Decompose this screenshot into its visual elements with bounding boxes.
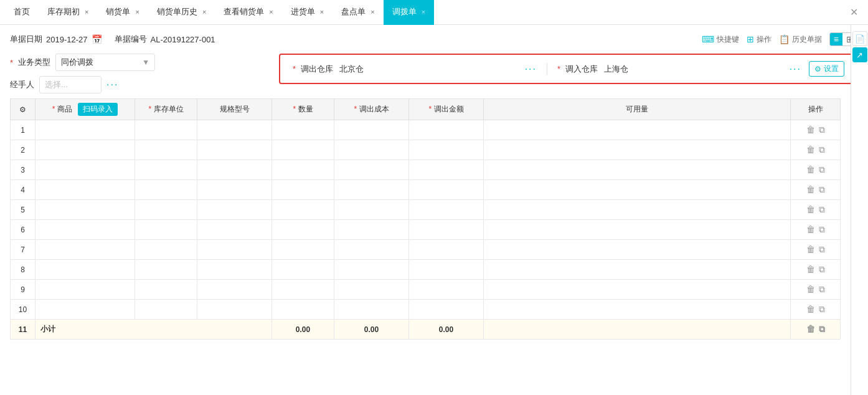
row-spec[interactable] <box>197 120 272 140</box>
settings-button[interactable]: ⚙ 设置 <box>809 61 844 77</box>
row-product[interactable] <box>35 260 135 280</box>
row-copy-icon[interactable]: ⧉ <box>819 284 825 295</box>
row-amount[interactable] <box>409 240 484 260</box>
row-copy-icon[interactable]: ⧉ <box>819 204 825 215</box>
row-unit[interactable] <box>135 280 197 300</box>
row-cost[interactable] <box>334 280 409 300</box>
row-spec[interactable] <box>197 280 272 300</box>
row-delete-icon[interactable]: 🗑 <box>806 304 815 315</box>
row-delete-icon[interactable]: 🗑 <box>806 264 815 275</box>
row-amount[interactable] <box>409 300 484 320</box>
tab-sales-history-close[interactable]: × <box>202 8 206 16</box>
row-qty[interactable] <box>272 260 334 280</box>
tab-transfer-order-close[interactable]: × <box>422 8 425 16</box>
business-type-select[interactable]: 同价调拨 ▼ <box>55 54 155 71</box>
row-unit[interactable] <box>135 200 197 220</box>
tab-inventory-check-close[interactable]: × <box>370 8 374 16</box>
row-copy-icon[interactable]: ⧉ <box>819 145 825 155</box>
row-available[interactable] <box>484 180 791 200</box>
tab-inventory-init[interactable]: 库存期初 × <box>39 0 97 25</box>
right-panel-doc-btn[interactable]: 📄 <box>852 31 867 46</box>
row-copy-icon[interactable]: ⧉ <box>819 125 825 135</box>
th-settings[interactable]: ⚙ <box>11 99 35 120</box>
handler-select[interactable]: 选择... <box>39 76 101 93</box>
row-qty[interactable] <box>272 200 334 220</box>
row-available[interactable] <box>484 160 791 180</box>
row-spec[interactable] <box>197 300 272 320</box>
row-copy-icon[interactable]: ⧉ <box>819 244 825 255</box>
tab-purchase-order-close[interactable]: × <box>320 8 324 16</box>
row-cost[interactable] <box>334 140 409 160</box>
row-available[interactable] <box>484 200 791 220</box>
row-amount[interactable] <box>409 140 484 160</box>
row-product[interactable] <box>35 220 135 240</box>
tab-sales-history[interactable]: 销货单历史 × <box>148 0 215 25</box>
in-warehouse-more[interactable]: ··· <box>790 64 801 75</box>
row-qty[interactable] <box>272 280 334 300</box>
right-panel-export-btn[interactable]: ↗ <box>852 47 867 62</box>
row-qty[interactable] <box>272 240 334 260</box>
row-available[interactable] <box>484 300 791 320</box>
row-spec[interactable] <box>197 160 272 180</box>
row-delete-icon[interactable]: 🗑 <box>806 224 815 235</box>
tab-inventory-check[interactable]: 盘点单 × <box>333 0 383 25</box>
row-available[interactable] <box>484 260 791 280</box>
row-qty[interactable] <box>272 220 334 240</box>
row-delete-icon[interactable]: 🗑 <box>806 184 815 195</box>
row-amount[interactable] <box>409 180 484 200</box>
row-cost[interactable] <box>334 220 409 240</box>
row-amount[interactable] <box>409 260 484 280</box>
row-delete-icon[interactable]: 🗑 <box>806 284 815 295</box>
row-qty[interactable] <box>272 180 334 200</box>
row-available[interactable] <box>484 140 791 160</box>
row-delete-icon[interactable]: 🗑 <box>806 125 815 135</box>
row-cost[interactable] <box>334 200 409 220</box>
row-spec[interactable] <box>197 140 272 160</box>
tab-sales-order[interactable]: 销货单 × <box>97 0 148 25</box>
row-product[interactable] <box>35 240 135 260</box>
calendar-icon[interactable]: 📅 <box>92 34 102 44</box>
row-unit[interactable] <box>135 260 197 280</box>
row-amount[interactable] <box>409 160 484 180</box>
scan-entry-button[interactable]: 扫码录入 <box>78 103 118 116</box>
row-available[interactable] <box>484 120 791 140</box>
row-product[interactable] <box>35 180 135 200</box>
row-available[interactable] <box>484 220 791 240</box>
row-unit[interactable] <box>135 300 197 320</box>
subtotal-copy-icon[interactable]: ⧉ <box>819 324 825 335</box>
row-available[interactable] <box>484 240 791 260</box>
row-spec[interactable] <box>197 220 272 240</box>
row-cost[interactable] <box>334 160 409 180</box>
subtotal-delete-icon[interactable]: 🗑 <box>806 324 815 335</box>
row-unit[interactable] <box>135 160 197 180</box>
row-product[interactable] <box>35 120 135 140</box>
row-amount[interactable] <box>409 280 484 300</box>
row-cost[interactable] <box>334 300 409 320</box>
row-copy-icon[interactable]: ⧉ <box>819 184 825 195</box>
row-unit[interactable] <box>135 120 197 140</box>
row-copy-icon[interactable]: ⧉ <box>819 304 825 315</box>
row-qty[interactable] <box>272 160 334 180</box>
row-copy-icon[interactable]: ⧉ <box>819 264 825 275</box>
row-cost[interactable] <box>334 180 409 200</box>
tab-inventory-init-close[interactable]: × <box>85 8 88 16</box>
row-product[interactable] <box>35 160 135 180</box>
handler-more-icon[interactable]: ··· <box>106 79 118 90</box>
row-cost[interactable] <box>334 260 409 280</box>
row-available[interactable] <box>484 280 791 300</box>
row-amount[interactable] <box>409 120 484 140</box>
row-product[interactable] <box>35 280 135 300</box>
row-unit[interactable] <box>135 140 197 160</box>
tab-purchase-order[interactable]: 进货单 × <box>282 0 333 25</box>
row-spec[interactable] <box>197 240 272 260</box>
out-warehouse-more[interactable]: ··· <box>525 64 537 75</box>
row-delete-icon[interactable]: 🗑 <box>806 244 815 255</box>
row-cost[interactable] <box>334 240 409 260</box>
tab-view-sales-close[interactable]: × <box>269 8 273 16</box>
tab-transfer-order[interactable]: 调拨单 × <box>384 0 434 25</box>
row-spec[interactable] <box>197 180 272 200</box>
shortcut-btn[interactable]: ⌨ 快捷键 <box>702 34 739 45</box>
row-cost[interactable] <box>334 120 409 140</box>
row-unit[interactable] <box>135 220 197 240</box>
row-copy-icon[interactable]: ⧉ <box>819 164 825 175</box>
